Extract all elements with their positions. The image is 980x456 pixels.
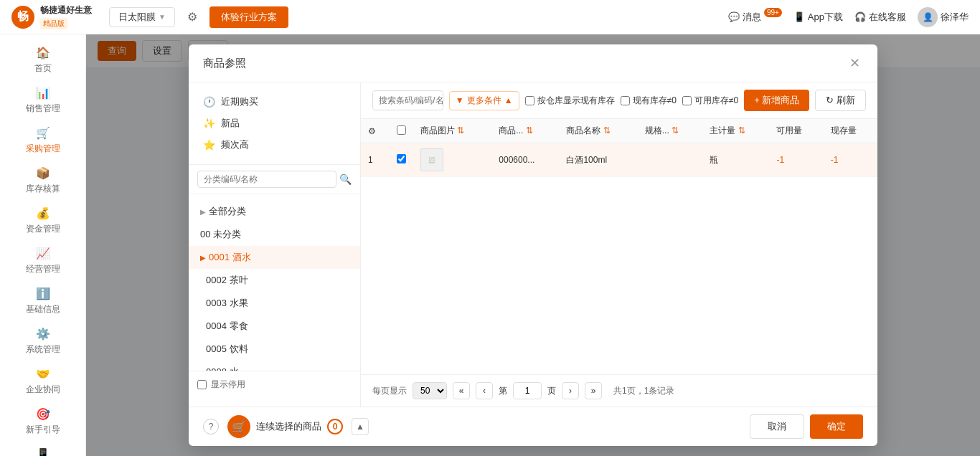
cat-item-3[interactable]: 0003 水果 — [189, 292, 360, 315]
filter-bar: 🔍 ▼ 更多条件 ▲ 按仓库显示现有库存 — [361, 82, 877, 119]
cat-item-5[interactable]: 0005 饮料 — [189, 338, 360, 361]
category-search-bar: 🔍 — [189, 165, 360, 194]
sidebar-item-collab[interactable]: 🤝 企业协同 — [0, 361, 85, 402]
cat-item-all[interactable]: ▶ 全部分类 — [189, 200, 360, 223]
page-number-input[interactable] — [513, 382, 542, 399]
cell-code: 000600... — [491, 143, 559, 177]
sidebar-item-inventory[interactable]: 📦 库存核算 — [0, 161, 85, 201]
sidebar-item-finance[interactable]: 💰 资金管理 — [0, 201, 85, 241]
col-spec[interactable]: 规格... ⇅ — [638, 119, 703, 143]
show-disabled-label[interactable]: 显示停用 — [211, 379, 245, 391]
prev-page-button[interactable]: ‹ — [476, 382, 493, 399]
col-name[interactable]: 商品名称 ⇅ — [559, 119, 637, 143]
add-product-button[interactable]: + 新增商品 — [744, 90, 809, 111]
left-panel: 🕐 近期购买 ✨ 新品 ⭐ 频次高 — [189, 82, 361, 407]
cell-checkbox[interactable] — [390, 143, 413, 177]
quick-item-new[interactable]: ✨ 新品 — [197, 113, 352, 134]
cat-item-0[interactable]: 00 未分类 — [189, 223, 360, 246]
collapse-footer-button[interactable]: ▲ — [352, 418, 369, 435]
show-disabled-checkbox[interactable] — [197, 380, 207, 389]
app-center-icon: 📱 — [36, 447, 50, 456]
cat-item-4[interactable]: 0004 零食 — [189, 315, 360, 338]
sidebar-item-sales[interactable]: 📊 销售管理 — [0, 80, 85, 120]
checkbox-nonzero-stock[interactable]: 现有库存≠0 — [621, 95, 677, 107]
table-row[interactable]: 1 🖼 — [361, 143, 877, 177]
modal-body: 🕐 近期购买 ✨ 新品 ⭐ 频次高 — [189, 82, 877, 407]
cancel-button[interactable]: 取消 — [750, 414, 804, 439]
trial-button[interactable]: 体验行业方案 — [209, 6, 288, 28]
select-all-checkbox[interactable] — [397, 125, 406, 135]
app-download-item[interactable]: 📱 App下载 — [793, 11, 843, 24]
per-page-select[interactable]: 50 — [413, 382, 447, 399]
checkbox-available-nonzero[interactable]: 可用库存≠0 — [682, 95, 738, 107]
category-search-input[interactable] — [197, 171, 336, 188]
cart-icon[interactable]: 🛒 — [227, 415, 250, 438]
col-unit[interactable]: 主计量 ⇅ — [702, 119, 769, 143]
col-settings[interactable]: ⚙ — [361, 119, 390, 143]
filter-collapse-icon: ▲ — [504, 95, 513, 105]
sidebar-item-guide[interactable]: 🎯 新手引导 — [0, 402, 85, 442]
col-checkbox — [390, 119, 413, 143]
col-image[interactable]: 商品图片 ⇅ — [413, 119, 491, 143]
col-available: 可用量 — [769, 119, 823, 143]
filter-icon: ▼ — [456, 95, 464, 105]
sidebar-item-app-center[interactable]: 📱 应用中心 — [0, 442, 85, 456]
modal-close-button[interactable]: ✕ — [846, 54, 863, 72]
purchase-icon: 🛒 — [36, 126, 50, 140]
store-selector[interactable]: 日太阳膜 ▼ — [109, 7, 175, 27]
filter-right-actions: + 新增商品 ↻ 刷新 — [744, 90, 866, 111]
gear-icon[interactable]: ⚙ — [181, 6, 204, 29]
guide-icon: 🎯 — [36, 407, 50, 421]
system-icon: ⚙️ — [36, 327, 50, 341]
cell-image: 🖼 — [413, 143, 491, 177]
pagination: 每页显示 50 « ‹ 第 页 — [361, 374, 877, 407]
warehouse-stock-checkbox[interactable] — [525, 96, 534, 105]
message-nav-item[interactable]: 💬 消息 99+ — [728, 11, 782, 24]
sort-icon-code: ⇅ — [526, 125, 533, 136]
online-service-item[interactable]: 🎧 在线客服 — [854, 11, 906, 24]
sidebar-item-basic-info[interactable]: ℹ️ 基础信息 — [0, 281, 85, 321]
footer-right: 取消 确定 — [750, 414, 863, 439]
category-search-icon[interactable]: 🔍 — [339, 174, 352, 185]
main-content: 查询 设置 刷新 商品参照 ✕ — [86, 34, 980, 456]
table-settings-icon: ⚙ — [368, 126, 376, 136]
col-stock: 现存量 — [824, 119, 877, 143]
top-nav: 畅 畅捷通好生意 精品版 日太阳膜 ▼ ⚙ 体验行业方案 💬 消息 99+ 📱 … — [0, 0, 980, 34]
cell-seq: 1 — [361, 143, 390, 177]
sales-icon: 📊 — [36, 86, 50, 100]
nonzero-stock-checkbox[interactable] — [621, 96, 630, 105]
prev-page-icon: ‹ — [483, 386, 486, 396]
sidebar-item-home[interactable]: 🏠 首页 — [0, 40, 85, 80]
cell-spec — [638, 143, 703, 177]
user-avatar-area[interactable]: 👤 徐泽华 — [918, 7, 969, 27]
quick-item-frequent[interactable]: ⭐ 频次高 — [197, 134, 352, 156]
image-placeholder-icon: 🖼 — [428, 156, 435, 164]
cat-item-1[interactable]: ▶ 0001 酒水 — [189, 246, 360, 269]
cat-item-6[interactable]: 0008 水 — [189, 361, 360, 371]
refresh-button[interactable]: ↻ 刷新 — [815, 90, 866, 111]
sidebar-item-purchase[interactable]: 🛒 采购管理 — [0, 120, 85, 161]
checkbox-warehouse-stock[interactable]: 按仓库显示现有库存 — [525, 95, 615, 107]
sort-icon-unit: ⇅ — [738, 125, 745, 136]
avatar: 👤 — [918, 7, 938, 27]
cat-item-2[interactable]: 0002 茶叶 — [189, 269, 360, 292]
product-search-input[interactable] — [373, 92, 443, 109]
row-checkbox[interactable] — [397, 154, 406, 163]
home-icon: 🏠 — [36, 46, 50, 60]
available-nonzero-checkbox[interactable] — [682, 96, 692, 105]
modal-header: 商品参照 ✕ — [189, 44, 877, 82]
last-page-button[interactable]: » — [585, 382, 602, 399]
first-page-button[interactable]: « — [453, 382, 470, 399]
confirm-button[interactable]: 确定 — [810, 414, 863, 439]
next-page-button[interactable]: › — [562, 382, 579, 399]
sidebar-item-operation[interactable]: 📈 经营管理 — [0, 241, 85, 281]
cart-section: 🛒 连续选择的商品 0 — [227, 415, 343, 438]
quick-item-recent[interactable]: 🕐 近期购买 — [197, 91, 352, 113]
help-icon-button[interactable]: ? — [203, 419, 219, 434]
cell-available: -1 — [769, 143, 823, 177]
message-badge: 99+ — [764, 8, 782, 17]
col-code[interactable]: 商品... ⇅ — [491, 119, 559, 143]
sidebar-item-system[interactable]: ⚙️ 系统管理 — [0, 321, 85, 361]
filter-more-button[interactable]: ▼ 更多条件 ▲ — [449, 91, 519, 110]
product-table: ⚙ 商品图片 ⇅ — [361, 119, 877, 177]
